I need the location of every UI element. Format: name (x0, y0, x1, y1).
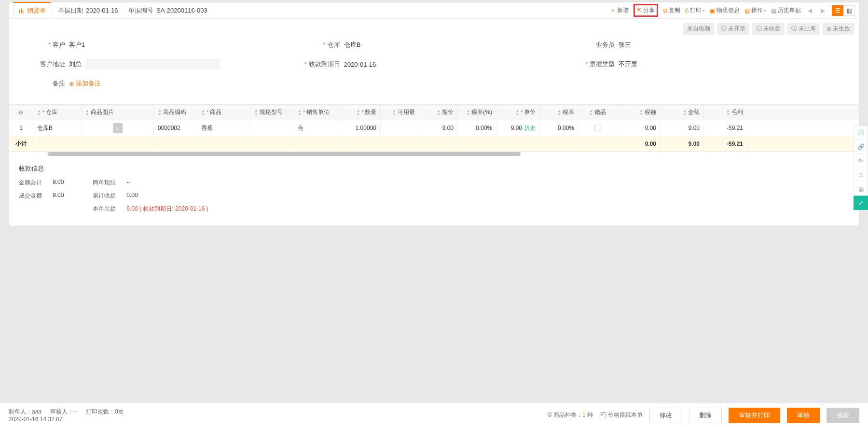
items-table: ⚙ *仓库 商品图片 商品编码 *商品 规格型号 *销售单位 *数量 可用量 报… (9, 104, 859, 157)
sort-icon[interactable] (85, 109, 89, 116)
cell-unit[interactable]: 台 (294, 121, 337, 135)
sort-icon[interactable] (392, 109, 396, 116)
pill-source[interactable]: 来自电脑 (683, 23, 714, 35)
total-amount: 9.00 (53, 179, 64, 187)
cell-qty[interactable]: 1.00000 (337, 122, 381, 134)
label-address: 客户地址 (40, 60, 65, 68)
view-compact[interactable]: ☰ (832, 5, 843, 16)
rail-refresh-icon[interactable]: ↻ (854, 154, 868, 168)
apps-icon: ▤ (744, 7, 750, 14)
cell-taxamt[interactable]: 0.00 (617, 122, 661, 134)
cell-amount[interactable]: 9.00 (661, 122, 704, 134)
kinds-stat: © 商品种类：1 种 (548, 411, 593, 419)
info-icon: ⓘ (791, 25, 797, 33)
copy-icon: ⧉ (663, 7, 667, 14)
delete-button[interactable]: 删除 (689, 408, 722, 423)
value-warehouse[interactable]: 仓库B (344, 41, 361, 49)
sort-icon[interactable] (437, 109, 441, 116)
owe-amount: 9.00 ( 收款到期日: 2020-01-16 ) (126, 205, 208, 213)
rail-attach-icon[interactable]: 🔗 (854, 140, 868, 154)
rail-doc-icon[interactable]: ▤ (854, 182, 868, 196)
sort-icon[interactable] (356, 109, 360, 116)
print-button[interactable]: ⎙打印▾ (685, 6, 705, 14)
pill-receive[interactable]: ⓘ未收款 (752, 23, 785, 35)
cell-profit[interactable]: -59.21 (704, 122, 747, 134)
value-ticket[interactable]: 不开票 (619, 60, 637, 69)
cell-warehouse[interactable]: 仓库B (33, 121, 82, 135)
history-link[interactable]: 历史 (524, 124, 536, 132)
rail-note-icon[interactable]: 📄 (854, 126, 868, 140)
cum-amount: 0.00 (126, 192, 138, 200)
doc-tab[interactable]: 销货单 (13, 2, 51, 18)
sort-icon[interactable] (515, 109, 519, 116)
value-salesman[interactable]: 张三 (619, 41, 631, 49)
cell-spec[interactable] (250, 125, 294, 131)
gear-icon[interactable]: ⚙ (18, 109, 24, 116)
table-subtotal: 小计 0.00 9.00 -59.21 (9, 136, 859, 152)
sort-icon[interactable] (37, 109, 41, 116)
value-due[interactable]: 2020-01-16 (344, 61, 376, 68)
table-row[interactable]: 1 仓库B ♪ 0000002 香蕉 台 1.00000 9.00 0.00% … (9, 120, 859, 136)
ops-button[interactable]: ▤操作▾ (744, 6, 766, 14)
copy-button[interactable]: ⧉复制 (663, 6, 680, 14)
cell-code[interactable]: 0000002 (154, 122, 197, 134)
logistics-button[interactable]: ▣物流信息 (710, 6, 740, 14)
info-icon: ⓘ (721, 25, 727, 33)
rail-expand-icon[interactable]: ⤢ (854, 196, 868, 210)
svg-rect-0 (19, 10, 20, 13)
history-icon: ▦ (771, 7, 776, 14)
sort-icon[interactable] (254, 109, 258, 116)
value-address-mask[interactable] (85, 59, 220, 70)
footer: 制单人：aaa 审核人：-- 打印次数：0次 2020-01-16 14:32:… (0, 403, 868, 427)
image-placeholder-icon[interactable]: ♪ (113, 123, 123, 133)
pill-effect[interactable]: ⊘未生效 (823, 23, 854, 35)
history-button[interactable]: ▦历史单据 (771, 6, 801, 14)
horizontal-scrollbar[interactable] (9, 152, 859, 157)
new-button[interactable]: ＋新增 (610, 6, 629, 14)
value-customer[interactable]: 客户1 (69, 41, 85, 49)
header-bar: 销货单 单据日期2020-01-16 单据编号SA-20200116-003 ＋… (9, 2, 859, 19)
gift-checkbox[interactable] (594, 125, 601, 131)
checkbox-icon (600, 412, 606, 418)
next-button[interactable]: ▶ (819, 7, 827, 14)
label-salesman: 业务员 (596, 41, 615, 48)
sort-icon[interactable] (201, 109, 205, 116)
cell-taxpct[interactable]: 0.00% (458, 122, 496, 134)
cell-taxrate[interactable]: 0.00% (540, 122, 579, 134)
share-button[interactable]: ⇱分享 (637, 6, 655, 14)
cell-name[interactable]: 香蕉 (197, 121, 250, 135)
sort-icon[interactable] (557, 109, 561, 116)
sort-icon[interactable] (298, 109, 302, 116)
track-checkbox[interactable]: 价格跟踪本单 (600, 411, 643, 419)
info-icon: ⓘ (756, 25, 762, 33)
sort-icon[interactable] (683, 109, 687, 116)
right-rail: 📄 🔗 ↻ ☺ ▤ ⤢ (854, 126, 868, 210)
audit-print-button[interactable]: 审核并打印 (729, 408, 780, 423)
share-highlight: ⇱分享 (634, 4, 658, 17)
cell-unitprice[interactable]: 9.00历史 (496, 121, 540, 135)
sort-icon[interactable] (639, 109, 643, 116)
sort-icon[interactable] (158, 109, 162, 116)
audit-button[interactable]: 审核 (787, 408, 820, 423)
cell-avail[interactable] (381, 125, 419, 131)
cell-idx: 1 (9, 122, 33, 134)
cell-price[interactable]: 9.00 (419, 122, 458, 134)
prev-button[interactable]: ◀ (806, 7, 814, 14)
value-address-name[interactable]: 刘总 (69, 60, 82, 69)
table-header: ⚙ *仓库 商品图片 商品编码 *商品 规格型号 *销售单位 *数量 可用量 报… (9, 105, 859, 120)
view-switch: ☰ ▥ (832, 5, 855, 16)
view-card[interactable]: ▥ (843, 5, 855, 16)
add-note-link[interactable]: ⊕添加备注 (69, 79, 101, 88)
receive-button[interactable]: 收款 (827, 408, 859, 423)
rail-user-icon[interactable]: ☺ (854, 168, 868, 182)
sales-icon (18, 7, 25, 14)
sort-icon[interactable] (589, 109, 593, 116)
sort-icon[interactable] (726, 109, 730, 116)
sort-icon[interactable] (466, 109, 470, 116)
pill-stock[interactable]: ⓘ未出库 (787, 23, 820, 35)
edit-button[interactable]: 修改 (649, 408, 682, 423)
svg-rect-1 (21, 8, 22, 13)
pill-invoice[interactable]: ⓘ未开票 (717, 23, 749, 35)
label-ticket: 票据类型 (590, 60, 615, 68)
form: *客户客户1 *仓库仓库B 业务员张三 客户地址刘总 *收款到期日2020-01… (9, 39, 859, 104)
